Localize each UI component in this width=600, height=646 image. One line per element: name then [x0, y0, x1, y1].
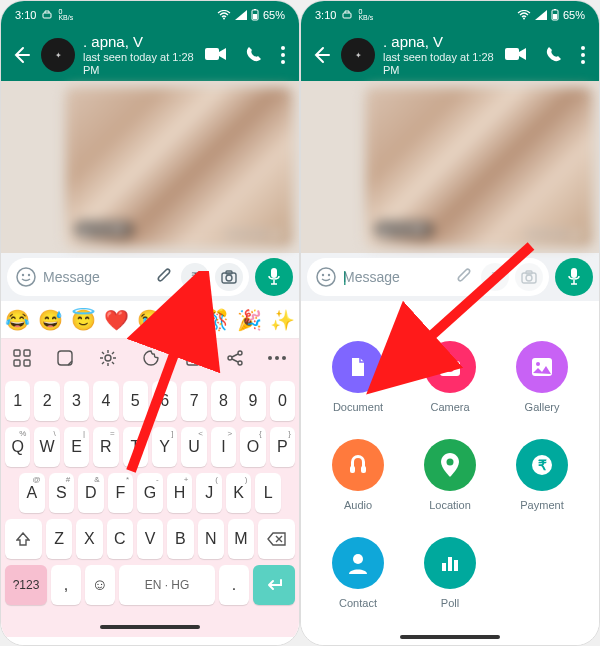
emoji-suggestion[interactable]: 🥺	[171, 308, 196, 332]
payment-button[interactable]: ₹	[481, 263, 509, 291]
back-button[interactable]	[9, 43, 33, 67]
kbd-sticker-icon[interactable]	[56, 349, 74, 367]
emoji-suggestion[interactable]: ✨	[270, 308, 295, 332]
kbd-theme-icon[interactable]	[142, 349, 160, 367]
key-j[interactable]: J(	[196, 473, 222, 513]
enter-key[interactable]	[253, 565, 295, 605]
attach-contact[interactable]: Contact	[332, 537, 384, 609]
camera-button[interactable]	[515, 263, 543, 291]
voice-call-button[interactable]	[245, 46, 263, 64]
key-i[interactable]: I>	[211, 427, 236, 467]
key-h[interactable]: H+	[167, 473, 193, 513]
key-o[interactable]: O{	[240, 427, 265, 467]
emoji-suggestion[interactable]: 😇	[71, 308, 96, 332]
key-s[interactable]: S#	[49, 473, 75, 513]
emoji-picker-button[interactable]	[315, 266, 337, 288]
key-u[interactable]: U<	[181, 427, 206, 467]
key-l[interactable]: L	[255, 473, 281, 513]
key-d[interactable]: D&	[78, 473, 104, 513]
key-3[interactable]: 3	[64, 381, 89, 421]
payment-button[interactable]: ₹	[181, 263, 209, 291]
emoji-suggestion[interactable]: ❤️	[104, 308, 129, 332]
kbd-grid-icon[interactable]	[13, 349, 31, 367]
video-call-button[interactable]	[505, 46, 527, 64]
key-v[interactable]: V	[137, 519, 163, 559]
attach-document[interactable]: Document	[332, 341, 384, 413]
attach-location[interactable]: Location	[424, 439, 476, 511]
key-t[interactable]: T[	[123, 427, 148, 467]
key-6[interactable]: 6	[152, 381, 177, 421]
attach-payment[interactable]: ₹Payment	[516, 439, 568, 511]
key-n[interactable]: N	[198, 519, 224, 559]
attach-button[interactable]	[455, 267, 475, 287]
contact-info[interactable]: . apna, V last seen today at 1:28 PM	[83, 33, 197, 77]
key-5[interactable]: 5	[123, 381, 148, 421]
attach-poll[interactable]: Poll	[424, 537, 476, 609]
mic-button[interactable]	[255, 258, 293, 296]
comma-key[interactable]: ,	[51, 565, 81, 605]
emoji-picker-button[interactable]	[15, 266, 37, 288]
attach-audio[interactable]: Audio	[332, 439, 384, 511]
emoji-key[interactable]: ☺	[85, 565, 115, 605]
key-w[interactable]: W\	[34, 427, 59, 467]
key-q[interactable]: Q%	[5, 427, 30, 467]
period-key[interactable]: .	[219, 565, 249, 605]
mic-button[interactable]	[555, 258, 593, 296]
message-input[interactable]: |Message ₹	[307, 258, 549, 296]
image-message[interactable]: 5.5 MB 10:35 AM	[365, 87, 593, 247]
back-button[interactable]	[309, 43, 333, 67]
nav-bar[interactable]	[1, 617, 299, 637]
symbols-key[interactable]: ?123	[5, 565, 47, 605]
download-size-badge[interactable]: 5.5 MB	[74, 221, 134, 238]
voice-call-button[interactable]	[545, 46, 563, 64]
key-c[interactable]: C	[107, 519, 133, 559]
key-z[interactable]: Z	[46, 519, 72, 559]
contact-info[interactable]: . apna, V last seen today at 1:28 PM	[383, 33, 497, 77]
key-m[interactable]: M	[228, 519, 254, 559]
camera-button[interactable]	[215, 263, 243, 291]
shift-key[interactable]	[5, 519, 42, 559]
kbd-clipboard-icon[interactable]	[185, 349, 201, 367]
key-p[interactable]: P}	[270, 427, 295, 467]
download-size-badge[interactable]: 5.5 MB	[374, 221, 434, 238]
image-message[interactable]: 5.5 MB 10:35 AM	[65, 87, 293, 247]
more-menu-button[interactable]	[281, 46, 285, 64]
attach-camera[interactable]: Camera	[424, 341, 476, 413]
emoji-suggestion[interactable]: 😅	[38, 308, 63, 332]
emoji-suggestion[interactable]: 😭	[137, 308, 162, 332]
emoji-suggestion[interactable]: 🎊	[204, 308, 229, 332]
video-call-button[interactable]	[205, 46, 227, 64]
key-2[interactable]: 2	[34, 381, 59, 421]
kbd-more-icon[interactable]	[268, 356, 286, 360]
chat-body[interactable]: 5.5 MB 10:35 AM	[301, 81, 599, 253]
key-8[interactable]: 8	[211, 381, 236, 421]
key-g[interactable]: G-	[137, 473, 163, 513]
attach-gallery[interactable]: Gallery	[516, 341, 568, 413]
space-key[interactable]: EN · HG	[119, 565, 215, 605]
key-b[interactable]: B	[167, 519, 193, 559]
kbd-settings-icon[interactable]	[99, 349, 117, 367]
key-e[interactable]: E|	[64, 427, 89, 467]
key-x[interactable]: X	[76, 519, 102, 559]
attach-button[interactable]	[155, 267, 175, 287]
key-0[interactable]: 0	[270, 381, 295, 421]
key-9[interactable]: 9	[240, 381, 265, 421]
key-7[interactable]: 7	[181, 381, 206, 421]
key-a[interactable]: A@	[19, 473, 45, 513]
key-y[interactable]: Y]	[152, 427, 177, 467]
message-input[interactable]: Message ₹	[7, 258, 249, 296]
more-menu-button[interactable]	[581, 46, 585, 64]
backspace-key[interactable]	[258, 519, 295, 559]
nav-bar[interactable]	[301, 635, 599, 639]
key-r[interactable]: R=	[93, 427, 118, 467]
key-f[interactable]: F*	[108, 473, 134, 513]
avatar[interactable]: ✦	[41, 38, 75, 72]
chat-body[interactable]: 5.5 MB 10:35 AM	[1, 81, 299, 253]
avatar[interactable]: ✦	[341, 38, 375, 72]
emoji-suggestion[interactable]: 🎉	[237, 308, 262, 332]
key-1[interactable]: 1	[5, 381, 30, 421]
key-4[interactable]: 4	[93, 381, 118, 421]
kbd-share-icon[interactable]	[226, 349, 244, 367]
emoji-suggestion[interactable]: 😂	[5, 308, 30, 332]
key-k[interactable]: K)	[226, 473, 252, 513]
